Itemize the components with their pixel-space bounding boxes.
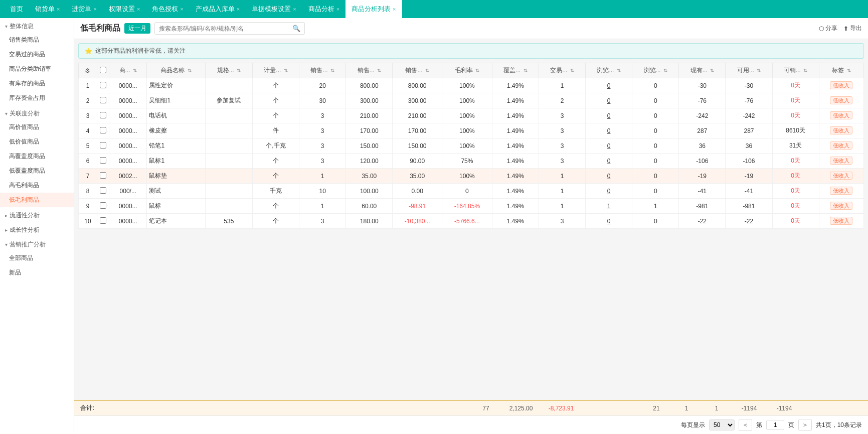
sidebar-item-new-products[interactable]: 新品 xyxy=(0,265,74,280)
sidebar-item-high-margin[interactable]: 高毛利商品 xyxy=(0,178,74,193)
prev-page-button[interactable]: ＜ xyxy=(739,419,752,431)
col-unit[interactable]: 计量... ⇅ xyxy=(252,63,299,78)
col-code[interactable]: 商... ⇅ xyxy=(109,63,147,78)
col-saleable[interactable]: 可销... ⇅ xyxy=(772,63,819,78)
nav-close-icon[interactable]: × xyxy=(137,6,140,12)
sidebar-item-traded-products[interactable]: 交易过的商品 xyxy=(0,47,74,62)
sidebar-item-low-coverage[interactable]: 低覆盖度商品 xyxy=(0,164,74,178)
col-sales-amount[interactable]: 销售... ⇅ xyxy=(346,63,393,78)
nav-close-icon[interactable]: × xyxy=(293,6,296,12)
col-available[interactable]: 可用... ⇅ xyxy=(726,63,772,78)
search-icon[interactable]: 🔍 xyxy=(292,25,300,32)
col-tag[interactable]: 标签 ⇅ xyxy=(819,63,863,78)
row-checkbox[interactable] xyxy=(100,97,106,103)
row-view1[interactable]: 0 xyxy=(586,214,632,229)
row-view1[interactable]: 0 xyxy=(586,78,632,93)
sidebar-item-in-stock[interactable]: 有库存的商品 xyxy=(0,76,74,91)
row-name[interactable]: 铅笔1 xyxy=(147,138,205,154)
nav-product-analysis-list[interactable]: 商品分析列表 × xyxy=(345,0,402,18)
row-tag: 低收入 xyxy=(819,78,863,93)
row-view1[interactable]: 0 xyxy=(586,169,632,184)
export-button[interactable]: ⬆ 导出 xyxy=(843,24,862,33)
nav-close-icon[interactable]: × xyxy=(393,6,396,12)
col-sales-qty[interactable]: 销售... ⇅ xyxy=(299,63,346,78)
sidebar-item-low-margin[interactable]: 低毛利商品 xyxy=(0,193,74,207)
row-view1[interactable]: 0 xyxy=(586,184,632,199)
chevron-right-icon: ▸ xyxy=(5,213,8,218)
row-checkbox[interactable] xyxy=(100,202,106,209)
sidebar-item-all-products[interactable]: 全部商品 xyxy=(0,251,74,265)
row-view1[interactable]: 0 xyxy=(586,93,632,108)
row-checkbox[interactable] xyxy=(100,157,106,164)
col-coverage[interactable]: 覆盖... ⇅ xyxy=(492,63,539,78)
nav-close-icon[interactable]: × xyxy=(336,6,339,12)
row-name[interactable]: 测试 xyxy=(147,184,205,199)
col-gross-margin[interactable]: 毛利率 ⇅ xyxy=(442,63,492,78)
row-checkbox[interactable] xyxy=(100,142,106,149)
row-name[interactable]: 鼠标1 xyxy=(147,154,205,169)
current-page-input[interactable] xyxy=(766,420,784,430)
nav-close-icon[interactable]: × xyxy=(180,6,183,12)
row-view1[interactable]: 0 xyxy=(586,154,632,169)
nav-home[interactable]: 首页 xyxy=(4,0,29,18)
col-current[interactable]: 现有... ⇅ xyxy=(679,63,726,78)
nav-role-auth[interactable]: 角色授权 × xyxy=(146,0,189,18)
row-spec xyxy=(205,78,252,93)
col-view2[interactable]: 浏览... ⇅ xyxy=(632,63,679,78)
col-spec[interactable]: 规格... ⇅ xyxy=(205,63,252,78)
sidebar-item-high-coverage[interactable]: 高覆盖度商品 xyxy=(0,149,74,164)
search-input[interactable] xyxy=(159,25,290,32)
row-view1[interactable]: 0 xyxy=(586,108,632,123)
sidebar-item-sales-products[interactable]: 销售类商品 xyxy=(0,33,74,47)
col-name[interactable]: 商品名称 ⇅ xyxy=(147,63,205,78)
row-name[interactable]: 鼠标 xyxy=(147,199,205,214)
sidebar-item-high-value[interactable]: 高价值商品 xyxy=(0,120,74,134)
sidebar-group-growth[interactable]: ▸ 成长性分析 xyxy=(0,222,74,236)
row-checkbox[interactable] xyxy=(100,82,106,88)
row-checkbox[interactable] xyxy=(100,127,106,133)
col-sales-profit[interactable]: 销售... ⇅ xyxy=(393,63,442,78)
next-page-button[interactable]: ＞ xyxy=(798,419,812,431)
row-view1[interactable]: 0 xyxy=(586,138,632,154)
row-checkbox[interactable] xyxy=(100,112,106,118)
nav-purchase-order[interactable]: 进货单 × xyxy=(66,0,102,18)
nav-template-settings[interactable]: 单据模板设置 × xyxy=(246,0,302,18)
col-settings[interactable]: ⚙ xyxy=(79,63,97,78)
nav-sales-order[interactable]: 销货单 × xyxy=(29,0,66,18)
nav-close-icon[interactable]: × xyxy=(237,6,240,12)
nav-close-icon[interactable]: × xyxy=(57,6,60,12)
share-button[interactable]: ⬡ 分享 xyxy=(819,24,837,33)
sidebar-group-marketing[interactable]: ▾ 营销推广分析 xyxy=(0,236,74,251)
nav-close-icon[interactable]: × xyxy=(93,6,96,12)
row-saleable: 0天 xyxy=(772,214,819,229)
col-view1[interactable]: 浏览... ⇅ xyxy=(586,63,632,78)
sidebar-group-liquidity[interactable]: ▸ 流通性分析 xyxy=(0,207,74,222)
nav-product-analysis[interactable]: 商品分析 × xyxy=(302,0,345,18)
row-name[interactable]: 鼠标垫 xyxy=(147,169,205,184)
sidebar-group-relevance[interactable]: ▾ 关联度分析 xyxy=(0,105,74,120)
table-row: 1 0000... 属性定价 个 20 800.00 800.00 100% 1… xyxy=(79,78,864,93)
row-view1[interactable]: 0 xyxy=(586,123,632,138)
nav-product-entry[interactable]: 产成品入库单 × xyxy=(190,0,246,18)
sidebar-item-low-value[interactable]: 低价值商品 xyxy=(0,134,74,149)
row-name[interactable]: 属性定价 xyxy=(147,78,205,93)
col-transaction[interactable]: 交易... ⇅ xyxy=(539,63,585,78)
page-size-select[interactable]: 50 100 200 xyxy=(709,419,735,430)
row-name[interactable]: 笔记本 xyxy=(147,214,205,229)
select-all-checkbox[interactable] xyxy=(100,67,106,73)
sidebar-item-category-sales-rate[interactable]: 商品分类助销率 xyxy=(0,62,74,76)
row-checkbox[interactable] xyxy=(100,172,106,179)
row-name[interactable]: 橡皮擦 xyxy=(147,123,205,138)
row-checkbox-cell xyxy=(97,199,109,214)
row-unit: 个 xyxy=(252,214,299,229)
time-tag-button[interactable]: 近一月 xyxy=(124,23,150,34)
row-name[interactable]: 电话机 xyxy=(147,108,205,123)
row-checkbox[interactable] xyxy=(100,187,106,194)
sidebar-group-overall[interactable]: ▾ 整体信息 xyxy=(0,18,74,33)
sidebar-item-stock-capital[interactable]: 库存资金占用 xyxy=(0,91,74,105)
row-name[interactable]: 吴细细1 xyxy=(147,93,205,108)
nav-permission-settings[interactable]: 权限设置 × xyxy=(103,0,146,18)
row-checkbox[interactable] xyxy=(100,217,106,224)
row-view1[interactable]: 1 xyxy=(586,199,632,214)
row-sales-amount: 150.00 xyxy=(346,138,393,154)
